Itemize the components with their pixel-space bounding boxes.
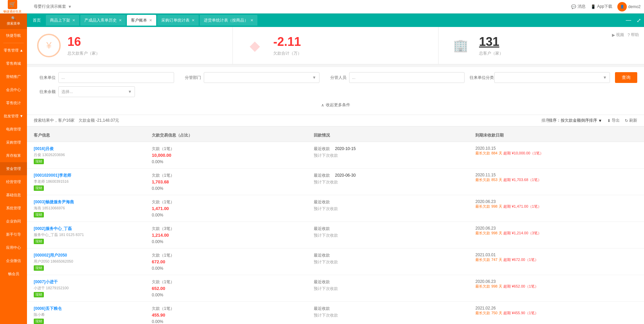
result-debt-total: 欠款金额 -21,148.07元	[79, 118, 119, 123]
sort-selector[interactable]: 排序：按欠款金额倒序排序 ▼	[559, 118, 602, 123]
sidebar-item-label: 企业协同	[6, 219, 21, 223]
sidebar-item-system[interactable]: 系统管理	[0, 202, 27, 215]
sidebar-item-basic-info[interactable]: 基础信息	[0, 188, 27, 202]
filter-person-input[interactable]: ...	[349, 72, 465, 83]
customer-info-cell: [0016]吕俊 吕俊 13026203696 现销	[34, 146, 152, 164]
sidebar-item-operations[interactable]: 经营管理	[0, 175, 27, 188]
overdue-link[interactable]: 超期 ¥1,214.00（3笔）	[503, 231, 541, 235]
filter-customer-unit-input[interactable]: ...	[58, 72, 174, 83]
filter-department-select[interactable]: ▼	[204, 72, 319, 83]
tab-product-listing[interactable]: 商品上下架 ✕	[46, 15, 79, 26]
result-bar: 搜索结果中，客户16家 欠款金额 -21,148.07元 排序： 排序：按欠款金…	[27, 115, 644, 126]
sidebar-item-ecommerce[interactable]: 电商管理	[0, 123, 27, 136]
filter-unit-category-select[interactable]: ▼	[494, 72, 610, 83]
tab-actions: — ⤢	[624, 17, 642, 24]
video-btn[interactable]: ▶ 视频	[612, 32, 624, 38]
sidebar-item-vip[interactable]: 畅会员	[0, 267, 27, 281]
recent-collection-label: 最近收款	[314, 253, 476, 258]
tab-label: 进货单统计表（按商品）	[204, 18, 248, 23]
tab-bar: 首页 商品上下架 ✕ 产成品入库单历史 ✕ 客户账本 ✕ 采购订单统计表 ✕ 进…	[27, 13, 644, 27]
customer-name-link[interactable]: [0002]服务中心_丁磊	[34, 226, 72, 231]
sidebar-item-finance[interactable]: 资金管理	[0, 162, 27, 175]
sidebar-item-label: 经营管理	[6, 180, 21, 184]
tab-maximize-btn[interactable]: ⤢	[635, 17, 642, 24]
customer-name-link[interactable]: [000002]用户2050	[34, 253, 67, 258]
tab-close-icon[interactable]: ✕	[149, 18, 152, 23]
tab-close-icon[interactable]: ✕	[192, 18, 195, 23]
sidebar-item-enterprise[interactable]: 企业协同	[0, 215, 27, 228]
sidebar-item-label: 零售管理 ▲	[4, 48, 23, 52]
tab-purchase-stats-product[interactable]: 进货单统计表（按商品） ✕	[200, 15, 257, 26]
overdue-link[interactable]: 超期 ¥1,703.68（1笔）	[503, 178, 541, 182]
customer-name-link[interactable]: [0001020001]李老师	[34, 173, 71, 178]
overdue-link[interactable]: 超期 ¥455.90（1笔）	[503, 311, 538, 315]
collection-cell: 最近收款 预计下次收款	[314, 279, 476, 292]
sidebar-item-membership[interactable]: 会员中心	[0, 83, 27, 96]
tab-close-icon[interactable]: ✕	[250, 18, 253, 23]
tab-minimize-btn[interactable]: —	[624, 17, 633, 24]
search-button[interactable]: 查询	[615, 72, 637, 83]
messages-btn[interactable]: 💬 消息	[571, 4, 586, 9]
customer-info-cell: [000002]用户2050 用户2050 18665062050 现销	[34, 253, 152, 271]
tab-home[interactable]: 首页	[29, 15, 45, 26]
sidebar-item-apps[interactable]: 应用中心	[0, 241, 27, 254]
sidebar-item-purchase[interactable]: 采购管理	[0, 136, 27, 149]
user-menu[interactable]: 👤 demo2	[617, 2, 641, 11]
overdue-days: 最长欠款 998 天 超期 ¥1,214.00（3笔）	[475, 231, 637, 236]
sidebar-search[interactable]: 🔍 搜索菜单	[0, 13, 27, 29]
filter-row-2: 往来余额 选择... ▼	[34, 86, 637, 97]
sidebar-item-inventory[interactable]: 库存核算	[0, 149, 27, 162]
sidebar-item-wholesale-mgmt[interactable]: 批发管理 ▼	[0, 110, 27, 123]
customer-tag: 现销	[34, 319, 44, 324]
filter-balance: 往来余额 选择... ▼	[34, 86, 135, 97]
tab-close-icon[interactable]: ✕	[72, 18, 75, 23]
app-download-btn[interactable]: 📱 App下载	[591, 4, 612, 9]
filter-unit-category: 往来单位分类 ▼	[470, 72, 610, 83]
tab-customer-account[interactable]: 客户账本 ✕	[127, 15, 156, 26]
customer-name-link[interactable]: [0003]畅捷服务尹海燕	[34, 200, 74, 204]
stat-value-total-customers: 131	[479, 35, 634, 49]
stat-total-customers: 🏢 131 总客户（家） ▶ 视频 ? 帮助	[439, 27, 644, 64]
due-date-value: 2020.11.15	[475, 173, 637, 177]
export-btn[interactable]: ⬇ 导出	[607, 118, 620, 123]
overdue-link[interactable]: 超期 ¥1,471.00（1笔）	[503, 204, 541, 208]
sidebar-item-retail-mgmt[interactable]: 零售管理 ▲	[0, 44, 27, 57]
recent-collection-label: 最近收款	[314, 306, 476, 312]
customer-tag: 现销	[34, 292, 44, 297]
sidebar-item-label: 会员中心	[6, 88, 21, 92]
customer-name-link[interactable]: [0016]吕俊	[34, 146, 54, 151]
sidebar-item-retail-stats[interactable]: 零售统计	[0, 96, 27, 110]
sidebar-item-marketing[interactable]: 营销推广	[0, 70, 27, 83]
tab-purchase-order-stats[interactable]: 采购订单统计表 ✕	[157, 15, 199, 26]
sidebar-item-newbie[interactable]: 新手引导	[0, 228, 27, 241]
collapse-filter-btn[interactable]: ∧ 收起更多条件	[34, 100, 637, 110]
overdue-link[interactable]: 超期 ¥10,000.00（1笔）	[503, 151, 543, 155]
customer-tag: 现销	[34, 212, 44, 217]
overdue-link[interactable]: 超期 ¥652.00（1笔）	[503, 284, 538, 288]
refresh-btn[interactable]: ↻ 刷新	[625, 118, 637, 123]
tab-production-history[interactable]: 产成品入库单历史 ✕	[80, 15, 126, 26]
customer-info-cell: [0001020001]李老师 李老师 18600391516 现销	[34, 173, 152, 191]
sidebar-item-label: 畅会员	[8, 272, 19, 276]
customer-info-cell: [0007]小进干 小进干 18279152100 现销	[34, 279, 152, 297]
customer-name-link[interactable]: [0007]小进干	[34, 279, 58, 284]
company-selector[interactable]: 母婴行业演示账套 ▼	[30, 4, 571, 9]
customer-info-cell: [0006]丢下粮仓 陈小希 现销	[34, 306, 152, 324]
video-label: 视频	[616, 32, 624, 38]
overdue-link[interactable]: 超期 ¥672.00（1笔）	[503, 258, 538, 262]
sort-arrow-icon: ▼	[598, 118, 602, 123]
debt-info-cell: 欠款（1笔） 10,000.00 0.00%	[152, 146, 314, 164]
table-row: [0006]丢下粮仓 陈小希 现销 欠款（1笔） 455.90 0.00% 最近…	[27, 302, 644, 324]
tab-close-icon[interactable]: ✕	[119, 18, 122, 23]
filter-balance-select[interactable]: 选择... ▼	[58, 86, 135, 97]
filter-department-label: 分管部门	[179, 75, 201, 81]
next-collection: 预计下次收款	[314, 153, 476, 158]
customer-name-link[interactable]: [0006]丢下粮仓	[34, 306, 62, 311]
sidebar-item-retail-mall[interactable]: 零售商城	[0, 57, 27, 70]
phone-icon: 📱	[591, 4, 596, 9]
overdue-days: 最长欠款 998 天 超期 ¥652.00（1笔）	[475, 284, 637, 289]
sidebar-item-quick-nav[interactable]: 快捷导航	[0, 29, 27, 42]
next-collection: 预计下次收款	[314, 313, 476, 318]
sidebar-item-wechat[interactable]: 企业微信	[0, 254, 27, 267]
help-btn[interactable]: ? 帮助	[627, 32, 639, 38]
